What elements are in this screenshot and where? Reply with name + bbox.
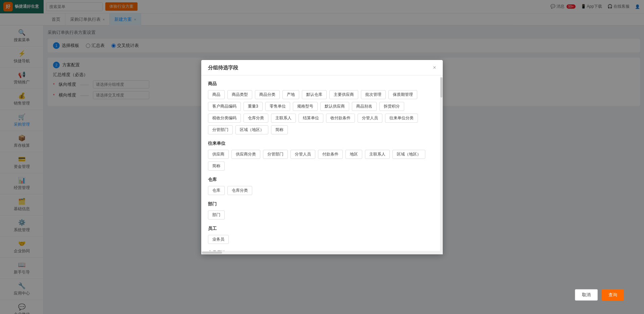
field-tag-0-4[interactable]: 默认仓库 — [302, 90, 327, 99]
field-tag-0-7[interactable]: 保质期管理 — [388, 90, 417, 99]
field-tag-0-8[interactable]: 客户商品编码 — [208, 102, 241, 111]
field-tag-0-20[interactable]: 分管人员 — [358, 114, 382, 123]
field-tag-4-0[interactable]: 业务员 — [208, 235, 229, 244]
field-tag-1-1[interactable]: 供应商分类 — [231, 150, 260, 159]
modal-title: 分组待选字段 — [208, 65, 238, 71]
field-tag-1-8[interactable]: 简称 — [208, 162, 225, 171]
modal-dialog: 分组待选字段 × 商品商品商品类型商品分类产地默认仓库主要供应商批次管理保质期管… — [201, 60, 443, 254]
modal-vscroll-thumb — [440, 77, 442, 98]
field-tags-2: 仓库仓库分类 — [208, 186, 436, 195]
field-section-1: 往来单位供应商供应商分类分管部门分管人员付款条件地区主联系人区域（地区）简称 — [208, 140, 436, 171]
field-tag-0-12[interactable]: 默认供应商 — [320, 102, 349, 111]
field-section-2: 仓库仓库仓库分类 — [208, 177, 436, 195]
field-tag-1-5[interactable]: 地区 — [345, 150, 362, 159]
field-tag-0-19[interactable]: 收付款条件 — [326, 114, 355, 123]
field-tag-0-23[interactable]: 区域（地区） — [235, 125, 268, 134]
section-title-2: 仓库 — [208, 177, 436, 183]
field-section-4: 员工业务员 — [208, 226, 436, 244]
confirm-button[interactable]: 查询 — [602, 289, 624, 301]
field-tag-0-17[interactable]: 主联系人 — [271, 114, 296, 123]
modal-horizontal-scrollbar[interactable] — [201, 251, 443, 254]
field-tag-0-10[interactable]: 零售单位 — [265, 102, 290, 111]
field-tag-0-3[interactable]: 产地 — [282, 90, 299, 99]
modal-overlay: 分组待选字段 × 商品商品商品类型商品分类产地默认仓库主要供应商批次管理保质期管… — [0, 0, 644, 314]
field-tag-1-7[interactable]: 区域（地区） — [392, 150, 425, 159]
field-tag-1-3[interactable]: 分管人员 — [290, 150, 315, 159]
field-tag-0-21[interactable]: 往来单位分类 — [385, 114, 418, 123]
modal-close-button[interactable]: × — [433, 65, 436, 71]
modal-footer: 取消 查询 — [575, 289, 624, 301]
field-tag-0-16[interactable]: 仓库分类 — [244, 114, 268, 123]
field-tag-0-0[interactable]: 商品 — [208, 90, 225, 99]
section-title-4: 员工 — [208, 226, 436, 232]
field-tag-0-9[interactable]: 重量3 — [244, 102, 263, 111]
field-section-3: 部门部门 — [208, 201, 436, 219]
field-tag-0-22[interactable]: 分管部门 — [208, 125, 233, 134]
field-tags-4: 业务员 — [208, 235, 436, 244]
cancel-button[interactable]: 取消 — [575, 289, 598, 301]
section-title-0: 商品 — [208, 81, 436, 87]
field-tag-0-24[interactable]: 简称 — [271, 125, 288, 134]
modal-header: 分组待选字段 × — [201, 60, 443, 75]
field-tag-0-11[interactable]: 规格型号 — [293, 102, 318, 111]
field-tag-2-1[interactable]: 仓库分类 — [227, 186, 252, 195]
field-tag-0-5[interactable]: 主要供应商 — [329, 90, 358, 99]
section-title-1: 往来单位 — [208, 140, 436, 146]
field-tag-1-4[interactable]: 付款条件 — [318, 150, 343, 159]
field-tag-0-2[interactable]: 商品分类 — [255, 90, 280, 99]
field-tag-1-6[interactable]: 主联系人 — [365, 150, 390, 159]
field-tag-1-2[interactable]: 分管部门 — [263, 150, 288, 159]
field-tags-1: 供应商供应商分类分管部门分管人员付款条件地区主联系人区域（地区）简称 — [208, 150, 436, 171]
modal-vertical-scrollbar[interactable] — [440, 77, 443, 251]
field-tag-1-0[interactable]: 供应商 — [208, 150, 229, 159]
field-section-0: 商品商品商品类型商品分类产地默认仓库主要供应商批次管理保质期管理客户商品编码重量… — [208, 81, 436, 134]
section-title-3: 部门 — [208, 201, 436, 207]
field-tag-0-1[interactable]: 商品类型 — [227, 90, 252, 99]
field-tag-0-6[interactable]: 批次管理 — [361, 90, 386, 99]
field-tag-0-15[interactable]: 税收分类编码 — [208, 114, 241, 123]
field-tag-0-13[interactable]: 商品别名 — [352, 102, 377, 111]
modal-hscroll-thumb — [202, 252, 222, 254]
field-tags-0: 商品商品类型商品分类产地默认仓库主要供应商批次管理保质期管理客户商品编码重量3零… — [208, 90, 436, 134]
field-tags-3: 部门 — [208, 210, 436, 219]
modal-body: 商品商品商品类型商品分类产地默认仓库主要供应商批次管理保质期管理客户商品编码重量… — [201, 75, 443, 251]
field-tag-0-18[interactable]: 结算单位 — [299, 114, 323, 123]
field-tag-2-0[interactable]: 仓库 — [208, 186, 225, 195]
field-tag-3-0[interactable]: 部门 — [208, 210, 225, 219]
field-tag-0-14[interactable]: 拆货积分 — [379, 102, 404, 111]
